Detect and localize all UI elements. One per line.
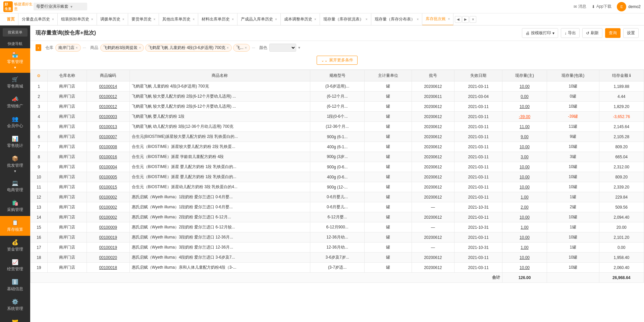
sidebar-item-basic-info[interactable]: ℹ️ 基础信息 <box>0 275 30 295</box>
row-qty-main[interactable]: 10.00 <box>502 162 547 172</box>
row-code[interactable]: 00100002 <box>87 212 129 222</box>
sidebar-item-retail-stats[interactable]: 📊 零售统计 <box>0 132 30 152</box>
tab-xiancunliang2[interactable]: 现存量（库存分布表） × <box>371 13 423 25</box>
row-qty-main[interactable]: 10.00 <box>502 172 547 182</box>
row-code[interactable]: 00100012 <box>87 102 129 112</box>
warehouse-filter-more[interactable]: ··· <box>83 45 86 50</box>
close-icon[interactable]: × <box>314 17 316 21</box>
close-icon[interactable]: × <box>232 17 234 21</box>
tab-cailiaochukulishi[interactable]: 材料出库单历史 × <box>198 13 237 25</box>
row-qty-main[interactable]: 10.00 <box>502 253 547 263</box>
sidebar-item-retail-management[interactable]: 🏪 零售管理 ▼ <box>0 48 30 73</box>
tab-xiancunliang1[interactable]: 现存量（库存状况表） × <box>320 13 371 25</box>
row-code[interactable]: 00100004 <box>87 162 129 172</box>
row-code[interactable]: 00100009 <box>87 222 129 232</box>
settings-button[interactable]: 设置 <box>623 28 639 38</box>
row-code[interactable]: 00100015 <box>87 182 129 192</box>
row-code[interactable]: 00100012 <box>87 92 129 102</box>
tab-diaobodanhistory[interactable]: 调拨单历史 × <box>97 13 128 25</box>
row-qty-main[interactable]: 10.00 <box>502 212 547 222</box>
sidebar-item-member-center[interactable]: 👥 会员中心 <box>0 112 30 132</box>
tab-kucunpici[interactable]: 库存批次账 × <box>422 13 453 25</box>
row-code[interactable]: 00100007 <box>87 132 129 142</box>
row-qty-main[interactable]: 10.00 <box>502 82 547 92</box>
sidebar-item-purchase[interactable]: 🛍️ 采购管理 <box>0 196 30 216</box>
sidebar-item-marketing[interactable]: 📣 营销推广 <box>0 93 30 112</box>
close-icon[interactable]: × <box>417 17 419 21</box>
tab-fenliangpandian[interactable]: 分量盘点单历史 × <box>18 13 58 25</box>
row-code[interactable]: 00100019 <box>87 243 129 253</box>
sidebar-item-wholesale[interactable]: 📦 批发管理 ▼ <box>0 152 30 176</box>
remove-product-tag-3-button[interactable]: × <box>245 46 247 50</box>
tab-yaohuo[interactable]: 要货单历史 × <box>128 13 159 25</box>
sidebar-item-collab[interactable]: 🤝 企业协同 <box>0 315 30 322</box>
close-icon[interactable]: × <box>91 17 93 21</box>
tab-qitachukulishi[interactable]: 其他出库单历史 × <box>159 13 198 25</box>
close-icon[interactable]: × <box>122 17 124 21</box>
remove-product-tag-2-button[interactable]: × <box>227 46 229 50</box>
sidebar-item-inventory[interactable]: 📋 库存核算 <box>0 216 30 236</box>
row-qty-main[interactable]: 1.00 <box>502 192 547 202</box>
row-qty-main[interactable]: 11.00 <box>502 122 547 132</box>
tab-chanchengpinruku[interactable]: 产成品入库单历史 × <box>237 13 281 25</box>
account-selector[interactable]: 母婴行业演示账套 ▾ <box>34 3 87 10</box>
expand-conditions-button[interactable]: ⌄⌄ 展开更多条件 <box>317 56 358 65</box>
row-qty-main[interactable]: 10.00 <box>502 182 547 192</box>
row-qty-main[interactable]: 3.00 <box>502 152 547 162</box>
sidebar-item-system[interactable]: ⚙️ 系统管理 <box>0 295 30 315</box>
query-button[interactable]: 查询 <box>605 28 621 38</box>
row-code[interactable]: 00100002 <box>87 202 129 212</box>
row-code[interactable]: 00100005 <box>87 172 129 182</box>
row-qty-main[interactable]: 10.00 <box>502 263 547 273</box>
close-icon[interactable]: × <box>193 17 195 21</box>
row-qty-main[interactable]: 10.00 <box>502 232 547 243</box>
row-qty-main[interactable]: 10.00 <box>502 102 547 112</box>
tab-prev-button[interactable]: ◀ <box>455 16 462 23</box>
filter-expand-arrow-button[interactable]: › <box>36 44 41 51</box>
sidebar-item-operations[interactable]: 📈 经营管理 <box>0 256 30 275</box>
quick-nav-button[interactable]: 快捷导航 <box>0 39 30 48</box>
close-icon[interactable]: × <box>366 17 368 21</box>
message-button[interactable]: ✉ 消息 <box>574 4 586 9</box>
row-code[interactable]: 00100018 <box>87 263 129 273</box>
row-code[interactable]: 00100014 <box>87 82 129 92</box>
export-button[interactable]: ↓ 导出 <box>561 28 580 38</box>
app-download-button[interactable]: ⬇ App下载 <box>592 4 611 9</box>
row-code[interactable]: 00100016 <box>87 152 129 162</box>
logo-area: 好生意 畅捷通好生意 <box>3 1 34 12</box>
row-code[interactable]: 00100002 <box>87 192 129 202</box>
sidebar-item-retail-mall[interactable]: 🛒 零售商城 <box>0 73 30 93</box>
color-select[interactable] <box>269 44 296 52</box>
tab-next-button[interactable]: ▶ <box>462 16 469 23</box>
close-icon[interactable]: × <box>154 17 156 21</box>
row-qty-main[interactable]: 0.00 <box>502 92 547 102</box>
refresh-button[interactable]: ↺ 刷新 <box>582 28 602 38</box>
close-all-tabs-button[interactable]: × <box>470 16 476 23</box>
search-menu-button[interactable]: 搜索菜单 <box>3 28 28 37</box>
col-settings[interactable]: ⚙ <box>31 70 48 82</box>
close-icon[interactable]: × <box>275 17 277 21</box>
close-icon[interactable]: × <box>52 17 54 21</box>
close-icon[interactable]: × <box>448 17 450 21</box>
row-code[interactable]: 00100003 <box>87 112 129 122</box>
row-qty-main[interactable]: 2.00 <box>502 202 547 212</box>
row-qty-main[interactable]: -39.00 <box>502 112 547 122</box>
tab-home[interactable]: 首页 <box>3 13 18 25</box>
row-code[interactable]: 00100019 <box>87 232 129 243</box>
template-print-button[interactable]: 🖨 按模板打印 ▾ <box>522 28 558 38</box>
row-code[interactable]: 00100020 <box>87 253 129 263</box>
row-code[interactable]: 00100008 <box>87 142 129 152</box>
sidebar-item-ecommerce[interactable]: 💻 电商管理 <box>0 176 30 196</box>
row-qty-main[interactable]: 10.00 <box>502 142 547 152</box>
row-qty-main[interactable]: 9.00 <box>502 132 547 142</box>
remove-warehouse-tag-button[interactable]: × <box>76 46 78 50</box>
product-filter-more[interactable]: ··· <box>252 45 255 50</box>
tab-zuzhangchaijian[interactable]: 组装拆卸单历史 × <box>58 13 97 25</box>
row-qty-main[interactable]: 1.00 <box>502 243 547 253</box>
remove-product-tag-1-button[interactable]: × <box>139 46 141 50</box>
sidebar-item-finance[interactable]: 💰 资金管理 <box>0 236 30 256</box>
row-qty-main[interactable]: 1.00 <box>502 222 547 232</box>
tab-chengbenhistory[interactable]: 成本调整单历史 × <box>281 13 320 25</box>
row-code[interactable]: 00100013 <box>87 122 129 132</box>
user-area[interactable]: E demo2 <box>617 2 641 11</box>
